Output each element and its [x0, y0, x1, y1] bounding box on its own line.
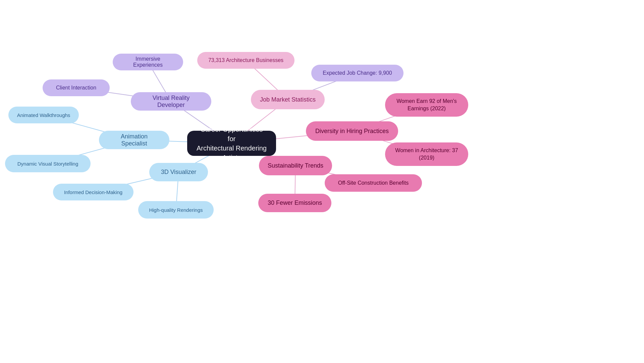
job-market-label: Job Market Statistics: [260, 96, 316, 103]
architecture-businesses-node[interactable]: 73,313 Architecture Businesses: [197, 52, 294, 69]
animated-walkthroughs-label: Animated Walkthroughs: [17, 112, 70, 118]
architecture-businesses-label: 73,313 Architecture Businesses: [208, 57, 283, 63]
job-market-statistics-node[interactable]: Job Market Statistics: [251, 90, 325, 109]
3d-visualizer-label: 3D Visualizer: [161, 169, 197, 176]
sustainability-label: Sustainability Trends: [268, 162, 323, 169]
fewer-emissions-label: 30 Fewer Emissions: [268, 199, 322, 206]
offsite-construction-node[interactable]: Off-Site Construction Benefits: [325, 174, 422, 192]
diversity-hiring-label: Diversity in Hiring Practices: [315, 128, 389, 135]
women-architecture-node[interactable]: Women in Architecture: 37 (2019): [385, 142, 468, 166]
client-interaction-label: Client Interaction: [56, 85, 96, 91]
client-interaction-node[interactable]: Client Interaction: [43, 79, 110, 96]
animation-specialist-label: Animation Specialist: [107, 133, 161, 147]
virtual-reality-developer-node[interactable]: Virtual Reality Developer: [131, 92, 211, 111]
dynamic-visual-storytelling-node[interactable]: Dynamic Visual Storytelling: [5, 155, 91, 172]
animated-walkthroughs-node[interactable]: Animated Walkthroughs: [8, 107, 79, 123]
immersive-experiences-node[interactable]: Immersive Experiences: [113, 54, 183, 70]
svg-line-10: [252, 66, 281, 93]
3d-visualizer-node[interactable]: 3D Visualizer: [149, 163, 208, 181]
dynamic-visual-label: Dynamic Visual Storytelling: [17, 161, 78, 167]
women-earn-node[interactable]: Women Earn 92 of Men's Earnings (2022): [385, 93, 468, 117]
expected-job-change-node[interactable]: Expected Job Change: 9,900: [311, 65, 404, 81]
svg-line-17: [295, 175, 295, 194]
diversity-hiring-node[interactable]: Diversity in Hiring Practices: [306, 121, 398, 141]
offsite-construction-label: Off-Site Construction Benefits: [338, 180, 409, 186]
informed-decision-label: Informed Decision-Making: [64, 189, 122, 195]
virtual-reality-label: Virtual Reality Developer: [139, 95, 203, 109]
center-label: Career Opportunities for Architectural R…: [197, 125, 267, 162]
fewer-emissions-node[interactable]: 30 Fewer Emissions: [258, 194, 331, 212]
center-node[interactable]: Career Opportunities for Architectural R…: [187, 131, 276, 156]
high-quality-label: High-quality Renderings: [149, 207, 203, 213]
women-architecture-label: Women in Architecture: 37 (2019): [395, 147, 458, 162]
expected-job-label: Expected Job Change: 9,900: [323, 70, 392, 76]
informed-decision-node[interactable]: Informed Decision-Making: [53, 184, 133, 200]
sustainability-trends-node[interactable]: Sustainability Trends: [259, 156, 332, 175]
high-quality-renderings-node[interactable]: High-quality Renderings: [138, 201, 214, 219]
svg-line-1: [152, 69, 166, 94]
svg-line-8: [176, 181, 178, 201]
women-earn-label: Women Earn 92 of Men's Earnings (2022): [396, 98, 457, 113]
animation-specialist-node[interactable]: Animation Specialist: [99, 131, 169, 149]
immersive-label: Immersive Experiences: [121, 56, 175, 68]
